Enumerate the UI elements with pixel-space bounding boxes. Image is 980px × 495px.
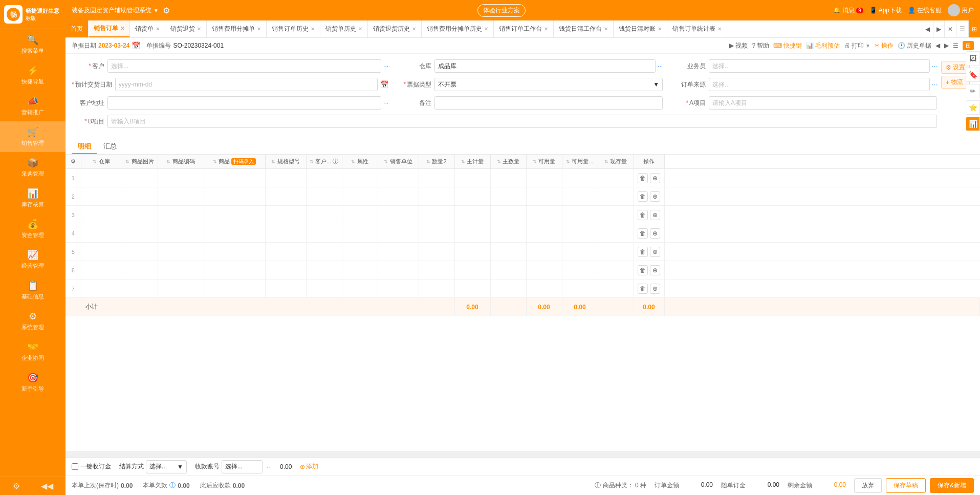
tab-sales-stats[interactable]: 销售订单统计表 ✕ bbox=[667, 20, 727, 37]
operation-btn[interactable]: ✂ 操作 bbox=[875, 41, 894, 50]
user-item[interactable]: 用户 bbox=[948, 4, 974, 16]
warehouse-more-btn[interactable]: ··· bbox=[656, 62, 663, 70]
invoice-type-select[interactable]: 不开票 ▼ bbox=[434, 78, 663, 91]
tab-close-icon[interactable]: ✕ bbox=[717, 26, 722, 32]
account-select[interactable]: 选择... bbox=[222, 460, 263, 474]
row-copy-btn[interactable]: ⊕ bbox=[650, 173, 660, 183]
toolbar-prev-btn[interactable]: ◀ bbox=[935, 42, 940, 49]
tab-close-icon[interactable]: ✕ bbox=[604, 26, 608, 32]
sidebar-item-system[interactable]: ⚙ 系统管理 bbox=[0, 306, 66, 336]
sidebar-item-sales[interactable]: 🛒 销售管理 bbox=[0, 121, 66, 152]
toolbar-form-view-btn[interactable]: ⊞ bbox=[963, 41, 974, 50]
discard-button[interactable]: 放弃 bbox=[854, 478, 882, 493]
remark-input[interactable] bbox=[434, 96, 663, 110]
tab-close-icon[interactable]: ✕ bbox=[257, 26, 261, 32]
account-more-btn[interactable]: ··· bbox=[265, 463, 272, 470]
tab-close-icon[interactable]: ✕ bbox=[120, 26, 124, 31]
tab-close-icon[interactable]: ✕ bbox=[412, 26, 416, 32]
app-download-item[interactable]: 📱 App下载 bbox=[869, 6, 902, 15]
tab-close-icon[interactable]: ✕ bbox=[197, 26, 201, 32]
sidebar-item-marketing[interactable]: 📣 营销推广 bbox=[0, 91, 66, 121]
tab-next-btn[interactable]: ▶ bbox=[933, 20, 944, 38]
customer-more-btn[interactable]: ··· bbox=[381, 62, 388, 70]
view-btn[interactable]: ▶ 视频 bbox=[729, 41, 748, 50]
th-settings[interactable]: ⚙ bbox=[66, 155, 81, 169]
table-scroll-bar[interactable] bbox=[66, 451, 980, 457]
a-project-input[interactable] bbox=[709, 96, 937, 110]
save-draft-button[interactable]: 保存草稿 bbox=[886, 478, 926, 493]
notifications-item[interactable]: 🔔 消息 9 bbox=[833, 6, 863, 15]
delivery-calendar-icon[interactable]: 📅 bbox=[378, 80, 388, 89]
row-delete-btn[interactable]: 🗑 bbox=[638, 173, 648, 183]
one-click-checkbox[interactable] bbox=[72, 463, 78, 470]
tab-order-workbench[interactable]: 销售订单工作台 ✕ bbox=[494, 20, 554, 37]
address-input[interactable] bbox=[107, 96, 381, 110]
address-more-btn[interactable]: ··· bbox=[381, 99, 388, 106]
tab-sales-return[interactable]: 销货退货 ✕ bbox=[165, 20, 207, 37]
salesperson-more-btn[interactable]: ··· bbox=[930, 62, 937, 70]
order-source-more-btn[interactable]: ··· bbox=[930, 81, 937, 88]
sidebar-item-basic-info[interactable]: 📋 基础信息 bbox=[0, 275, 66, 306]
tab-close-icon[interactable]: ✕ bbox=[311, 26, 315, 32]
tab-prev-btn[interactable]: ◀ bbox=[922, 20, 933, 38]
row-copy-btn[interactable]: ⊕ bbox=[650, 228, 660, 239]
sidebar-item-search[interactable]: 🔍 搜索菜单 bbox=[0, 29, 66, 60]
profit-btn[interactable]: 📊 毛利预估 bbox=[806, 41, 840, 50]
tab-close-icon[interactable]: ✕ bbox=[156, 26, 160, 32]
tab-summary[interactable]: 汇总 bbox=[97, 140, 123, 154]
row-copy-btn[interactable]: ⊕ bbox=[650, 247, 660, 257]
row-delete-btn[interactable]: 🗑 bbox=[638, 265, 648, 275]
right-panel-btn-1[interactable]: 🖼 bbox=[966, 51, 980, 66]
tab-cash-reconcile[interactable]: 钱货日清对账 ✕ bbox=[614, 20, 667, 37]
right-panel-btn-3[interactable]: ✏ bbox=[966, 84, 980, 98]
sidebar-item-finance[interactable]: 💰 资金管理 bbox=[0, 213, 66, 244]
calendar-icon[interactable]: 📅 bbox=[132, 41, 140, 50]
sidebar-item-enterprise[interactable]: 🤝 企业协同 bbox=[0, 336, 66, 367]
tab-more-btn[interactable]: ✕ bbox=[944, 20, 956, 38]
toolbar-next-btn[interactable]: ▶ bbox=[944, 42, 949, 49]
sidebar-item-guide[interactable]: 🎯 新手引导 bbox=[0, 367, 66, 398]
tab-close-icon[interactable]: ✕ bbox=[484, 26, 488, 32]
row-copy-btn[interactable]: ⊕ bbox=[650, 265, 660, 275]
shortcut-btn[interactable]: ⌨ 快捷键 bbox=[773, 41, 802, 50]
b-project-input[interactable] bbox=[107, 115, 937, 128]
tab-expense-history[interactable]: 销售费用分摊单历史 ✕ bbox=[422, 20, 494, 37]
salesperson-input[interactable] bbox=[709, 59, 930, 73]
row-delete-btn[interactable]: 🗑 bbox=[638, 284, 648, 294]
tab-sales-order[interactable]: 销售订单 ✕ bbox=[89, 20, 130, 37]
right-panel-btn-2[interactable]: 🔖 bbox=[966, 68, 980, 82]
sidebar-item-inventory[interactable]: 📊 库存核算 bbox=[0, 183, 66, 213]
print-btn[interactable]: 🖨 打印 ▼ bbox=[844, 41, 870, 50]
customer-input[interactable] bbox=[107, 59, 381, 73]
tab-close-icon[interactable]: ✕ bbox=[358, 26, 362, 32]
row-copy-btn[interactable]: ⊕ bbox=[650, 210, 660, 220]
sidebar-settings-btn[interactable]: ⚙ bbox=[13, 481, 20, 491]
tab-close-icon[interactable]: ✕ bbox=[544, 26, 548, 32]
right-panel-btn-5[interactable]: 📊 bbox=[966, 117, 980, 131]
row-delete-btn[interactable]: 🗑 bbox=[638, 210, 648, 220]
row-delete-btn[interactable]: 🗑 bbox=[638, 228, 648, 239]
tab-detail[interactable]: 明细 bbox=[72, 140, 97, 154]
row-delete-btn[interactable]: 🗑 bbox=[638, 191, 648, 202]
system-dropdown-btn[interactable]: ▼ bbox=[154, 8, 159, 13]
history-btn[interactable]: 🕐 历史单据 bbox=[898, 41, 931, 50]
tab-close-icon[interactable]: ✕ bbox=[658, 26, 662, 32]
tab-home[interactable]: 首页 bbox=[66, 20, 89, 37]
sidebar-collapse-btn[interactable]: ◀◀ bbox=[41, 481, 53, 491]
tab-cash-workbench[interactable]: 钱货日清工作台 ✕ bbox=[554, 20, 614, 37]
save-new-button[interactable]: 保存&新增 bbox=[930, 478, 974, 493]
tab-sales-slip[interactable]: 销货单 ✕ bbox=[130, 20, 165, 37]
sidebar-item-navigation[interactable]: ⚡ 快捷导航 bbox=[0, 60, 66, 91]
row-copy-btn[interactable]: ⊕ bbox=[650, 191, 660, 202]
tab-sales-order-history[interactable]: 销售订单历史 ✕ bbox=[267, 20, 320, 37]
tab-expand-btn[interactable]: ⊞ bbox=[968, 20, 980, 38]
topbar-settings-icon[interactable]: ⚙ bbox=[163, 6, 170, 15]
toolbar-list-view-btn[interactable]: ☰ bbox=[953, 42, 959, 49]
help-btn[interactable]: ? 帮助 bbox=[752, 41, 769, 50]
tab-return-history[interactable]: 销货退货历史 ✕ bbox=[368, 20, 422, 37]
tab-menu-btn[interactable]: ☰ bbox=[956, 20, 968, 38]
payment-method-select[interactable]: 选择... ▼ bbox=[146, 460, 187, 474]
online-service-item[interactable]: 👤 在线客服 bbox=[908, 6, 942, 15]
warehouse-select[interactable]: 成品库 bbox=[434, 59, 656, 73]
solution-button[interactable]: 体验行业方案 bbox=[477, 4, 526, 17]
